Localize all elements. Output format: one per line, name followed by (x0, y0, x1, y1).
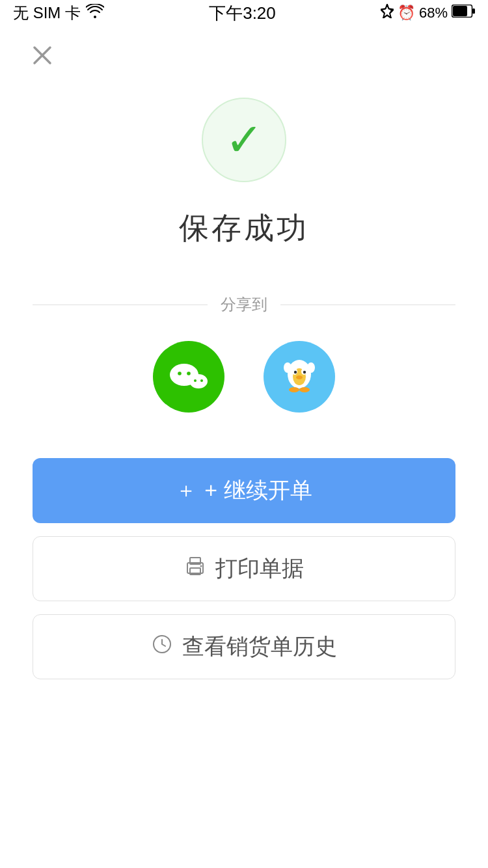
wechat-share-button[interactable] (153, 341, 224, 413)
close-button[interactable] (26, 39, 59, 72)
svg-point-11 (200, 379, 203, 382)
checkmark-icon: ✓ (225, 117, 264, 163)
divider-right (280, 305, 455, 305)
svg-point-9 (187, 372, 191, 375)
actions-area: ＋ + 继续开单 打印单据 查看销货单历史 (0, 439, 488, 679)
close-area (0, 26, 488, 85)
svg-point-16 (294, 371, 297, 373)
status-right: ⏰ 68% (381, 4, 475, 22)
battery-icon (452, 5, 475, 21)
svg-point-22 (307, 362, 315, 373)
continue-button[interactable]: ＋ + 继续开单 (33, 458, 455, 523)
share-divider-row: 分享到 (0, 294, 488, 315)
svg-point-10 (194, 379, 197, 382)
svg-point-26 (200, 565, 202, 567)
battery-percent: 68% (419, 5, 448, 21)
svg-rect-2 (453, 6, 467, 16)
status-bar: 无 SIM 卡 下午3:20 ⏰ 68% (0, 0, 488, 26)
qq-share-button[interactable] (264, 341, 335, 413)
print-button[interactable]: 打印单据 (33, 536, 455, 601)
share-area: 分享到 (0, 275, 488, 439)
svg-point-8 (178, 372, 182, 375)
svg-point-18 (296, 375, 303, 379)
plus-icon: ＋ (176, 476, 197, 505)
history-button[interactable]: 查看销货单历史 (33, 614, 455, 679)
svg-point-17 (303, 371, 306, 373)
divider-left (33, 305, 208, 305)
svg-point-7 (189, 374, 208, 388)
history-label: 查看销货单历史 (182, 632, 337, 662)
continue-label: + 继续开单 (204, 476, 312, 506)
success-area: ✓ 保存成功 (0, 85, 488, 275)
wifi-icon (86, 4, 104, 22)
svg-point-21 (284, 362, 291, 373)
svg-point-20 (299, 387, 310, 392)
share-icons-row (153, 341, 335, 413)
alarm-icon: ⏰ (398, 5, 415, 21)
svg-point-19 (289, 387, 299, 392)
location-icon (381, 4, 394, 22)
success-circle: ✓ (202, 98, 286, 182)
no-sim-label: 无 SIM 卡 (13, 3, 81, 23)
success-title: 保存成功 (179, 208, 309, 249)
status-time: 下午3:20 (209, 2, 276, 25)
status-left: 无 SIM 卡 (13, 3, 104, 23)
print-icon (184, 555, 206, 582)
print-label: 打印单据 (215, 554, 304, 584)
share-label: 分享到 (208, 294, 280, 315)
history-icon (151, 633, 173, 660)
svg-rect-3 (472, 8, 475, 14)
